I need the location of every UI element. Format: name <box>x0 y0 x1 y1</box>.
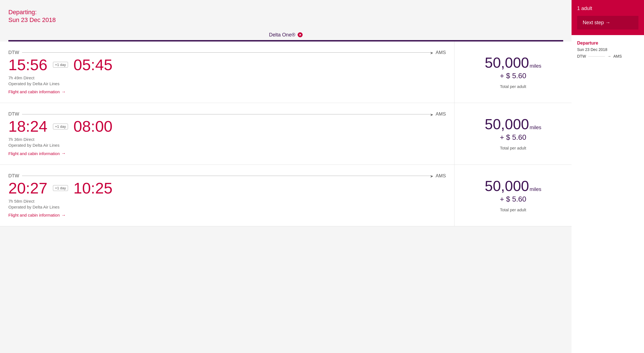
sidebar-from: DTW <box>577 54 586 58</box>
flight-info-1: DTW ➤ AMS 15:56 +1 day 05:45 7h 49m Dire… <box>0 41 455 103</box>
total-label-2: Total per adult <box>500 146 526 150</box>
table-row: DTW ➤ AMS 15:56 +1 day 05:45 7h 49m Dire… <box>0 41 572 103</box>
cash-amount-3: $ 5.60 <box>506 195 526 203</box>
arrow-icon-1: → <box>61 89 66 94</box>
departing-label: Departing: <box>8 8 563 16</box>
price-panel-2[interactable]: 50,000 miles + $ 5.60 Total per adult <box>455 103 572 165</box>
depart-time-1: 15:56 <box>8 57 47 73</box>
plus-sign-1: + $ 5.60 <box>500 72 526 80</box>
flight-duration-1: 7h 49m Direct <box>8 75 446 80</box>
sidebar-arrow-icon: → <box>607 54 611 58</box>
flight-duration-3: 7h 58m Direct <box>8 199 446 204</box>
route-line-2: ➤ <box>22 114 433 114</box>
cash-amount-2: $ 5.60 <box>506 133 526 141</box>
sidebar-route: DTW → AMS <box>577 54 638 58</box>
miles-label-1: miles <box>530 63 541 69</box>
table-row: DTW ➤ AMS 18:24 +1 day 08:00 7h 36m Dire… <box>0 103 572 165</box>
route-line-1: ➤ <box>22 52 433 53</box>
depart-airport-1: DTW <box>8 50 19 55</box>
arrive-time-3: 10:25 <box>74 180 113 196</box>
plus-day-badge-1: +1 day <box>53 62 68 68</box>
flight-operator-1: Operated by Delta Air Lines <box>8 81 446 86</box>
sidebar-to: AMS <box>613 54 622 58</box>
sidebar-route-line <box>588 56 605 57</box>
miles-amount-3: 50,000 <box>485 179 529 193</box>
arrive-time-1: 05:45 <box>74 57 113 73</box>
arrive-airport-1: AMS <box>436 50 446 55</box>
cabin-link-text-2: Flight and cabin information <box>8 151 60 156</box>
cabin-tab-area: Delta One® <box>0 29 572 41</box>
depart-airport-3: DTW <box>8 173 19 179</box>
miles-label-3: miles <box>530 187 541 192</box>
route-line-3: ➤ <box>22 176 433 176</box>
arrow-icon-2: → <box>61 151 66 156</box>
miles-label-2: miles <box>530 125 541 131</box>
sidebar-departure-date: Sun 23 Dec 2018 <box>577 47 638 52</box>
cabin-tab-label[interactable]: Delta One® <box>269 32 302 38</box>
total-label-3: Total per adult <box>500 207 526 212</box>
cash-amount-1: $ 5.60 <box>506 72 526 80</box>
sidebar-details: Departure Sun 23 Dec 2018 DTW → AMS <box>572 35 644 64</box>
arrive-airport-2: AMS <box>436 111 446 117</box>
flight-info-2: DTW ➤ AMS 18:24 +1 day 08:00 7h 36m Dire… <box>0 103 455 165</box>
cabin-info-link-2[interactable]: Flight and cabin information → <box>8 151 66 156</box>
arrow-icon-3: → <box>61 213 66 218</box>
plus-day-badge-2: +1 day <box>53 124 68 129</box>
cabin-tab-text: Delta One® <box>269 32 295 38</box>
flights-list: DTW ➤ AMS 15:56 +1 day 05:45 7h 49m Dire… <box>0 41 572 227</box>
arrive-time-2: 08:00 <box>74 119 113 134</box>
play-icon <box>298 32 303 37</box>
plus-day-badge-3: +1 day <box>53 185 68 191</box>
depart-time-3: 20:27 <box>8 180 47 196</box>
sidebar-departure-title: Departure <box>577 41 638 46</box>
flight-operator-2: Operated by Delta Air Lines <box>8 143 446 148</box>
cabin-info-link-3[interactable]: Flight and cabin information → <box>8 213 66 218</box>
total-label-1: Total per adult <box>500 84 526 89</box>
flight-operator-3: Operated by Delta Air Lines <box>8 205 446 209</box>
depart-airport-2: DTW <box>8 111 19 117</box>
cabin-link-text-1: Flight and cabin information <box>8 89 60 94</box>
sidebar-top: 1 adult Next step → <box>572 0 644 35</box>
next-step-button[interactable]: Next step → <box>577 16 638 30</box>
table-row: DTW ➤ AMS 20:27 +1 day 10:25 7h 58m Dire… <box>0 165 572 227</box>
tab-underline <box>8 40 563 41</box>
miles-amount-1: 50,000 <box>485 55 529 70</box>
price-panel-3[interactable]: 50,000 miles + $ 5.60 Total per adult <box>455 165 572 226</box>
depart-time-2: 18:24 <box>8 119 47 134</box>
price-panel-1[interactable]: 50,000 miles + $ 5.60 Total per adult <box>455 41 572 103</box>
plus-sign-2: + $ 5.60 <box>500 133 526 142</box>
sidebar: 1 adult Next step → Departure Sun 23 Dec… <box>572 0 644 353</box>
miles-amount-2: 50,000 <box>485 117 529 131</box>
plus-sign-3: + $ 5.60 <box>500 195 526 204</box>
departing-date: Sun 23 Dec 2018 <box>8 16 563 24</box>
flight-duration-2: 7h 36m Direct <box>8 137 446 142</box>
flight-info-3: DTW ➤ AMS 20:27 +1 day 10:25 7h 58m Dire… <box>0 165 455 226</box>
next-step-label: Next step → <box>583 20 610 26</box>
cabin-info-link-1[interactable]: Flight and cabin information → <box>8 89 66 94</box>
arrive-airport-3: AMS <box>436 173 446 179</box>
adults-label: 1 adult <box>577 6 638 11</box>
cabin-link-text-3: Flight and cabin information <box>8 213 60 217</box>
